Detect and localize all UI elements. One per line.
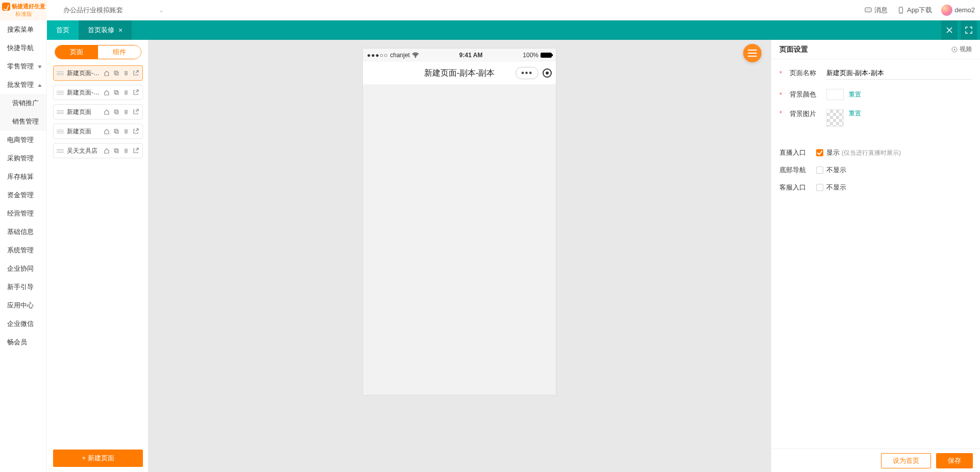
service-checkbox[interactable] — [816, 184, 823, 191]
svg-rect-10 — [114, 110, 117, 113]
miniapp-close-button[interactable] — [543, 68, 552, 78]
svg-rect-13 — [115, 130, 118, 133]
external-icon[interactable] — [132, 128, 139, 135]
delete-icon[interactable] — [122, 69, 130, 77]
page-list-item[interactable]: 新建页面 — [53, 104, 143, 120]
home-icon[interactable] — [103, 69, 110, 77]
page-list-item[interactable]: 新建页面 — [53, 124, 143, 139]
copy-icon[interactable] — [113, 69, 120, 77]
nav-item[interactable]: 电商管理 — [0, 131, 46, 149]
home-icon[interactable] — [103, 108, 110, 115]
phone-header: 新建页面-副本-副本 ••• — [363, 62, 556, 84]
external-icon[interactable] — [132, 108, 139, 115]
close-icon[interactable]: × — [118, 26, 122, 34]
x-icon — [946, 27, 953, 34]
nav-item[interactable]: 畅会员 — [0, 333, 46, 351]
nav-item[interactable]: 库存核算 — [0, 168, 46, 186]
external-icon[interactable] — [132, 69, 139, 77]
page-list-item[interactable]: 新建页面-副本 — [53, 85, 143, 100]
page-list-item[interactable]: 新建页面-副本... — [53, 65, 143, 81]
drag-handle-icon[interactable] — [57, 108, 64, 115]
nav-item[interactable]: 采购管理 — [0, 149, 46, 168]
video-help-button[interactable]: 视频 — [951, 45, 972, 54]
delete-icon[interactable] — [122, 108, 130, 115]
nav-item[interactable]: 企业协同 — [0, 259, 46, 278]
copy-icon[interactable] — [113, 128, 120, 135]
external-icon[interactable] — [132, 89, 139, 96]
drag-handle-icon[interactable] — [57, 128, 64, 135]
page-item-name: 新建页面-副本 — [67, 88, 100, 97]
nav-item[interactable]: 应用中心 — [0, 296, 46, 315]
bottom-nav-checkbox[interactable] — [816, 167, 823, 174]
wifi-icon — [412, 53, 419, 58]
svg-point-5 — [900, 12, 901, 12]
tab-home[interactable]: 首页 — [47, 20, 79, 40]
brand-icon — [2, 3, 10, 11]
page-list-item[interactable]: 吴天文具店 — [53, 143, 143, 158]
live-show-text: 显示 — [826, 148, 840, 157]
seg-component[interactable]: 组件 — [98, 45, 141, 59]
external-icon[interactable] — [132, 147, 139, 154]
topbar-right: 消息 App下载 demo2 — [864, 5, 975, 16]
nav-item[interactable]: 系统管理 — [0, 241, 46, 259]
page-name-input[interactable] — [826, 66, 972, 80]
delete-icon[interactable] — [122, 89, 130, 96]
nav-item[interactable]: 新手引导 — [0, 278, 46, 296]
nav-subitem[interactable]: 销售管理 — [0, 112, 46, 131]
canvas: ●●●○○ chanjet 9:41 AM 100% — [148, 40, 771, 472]
bg-image-label: 背景图片 — [790, 109, 821, 119]
shop-selector-label: 办公品行业模拟账套 — [63, 6, 123, 15]
nav-item[interactable]: 企业微信 — [0, 315, 46, 333]
home-icon[interactable] — [103, 89, 110, 96]
tab-page-decoration[interactable]: 首页装修 × — [79, 20, 132, 40]
phone-status-bar: ●●●○○ chanjet 9:41 AM 100% — [363, 49, 556, 62]
live-show-checkbox[interactable] — [816, 149, 823, 156]
copy-icon[interactable] — [113, 147, 120, 154]
page-item-name: 吴天文具店 — [67, 147, 100, 155]
messages-button[interactable]: 消息 — [864, 6, 888, 15]
fab-menu-button[interactable] — [743, 44, 762, 62]
miniapp-menu-button[interactable]: ••• — [516, 67, 538, 79]
tab-bar: 首页 首页装修 × — [47, 20, 980, 40]
drag-handle-icon[interactable] — [57, 89, 64, 96]
carrier-label: chanjet — [390, 52, 410, 59]
home-icon[interactable] — [103, 128, 110, 135]
nav-item[interactable]: 资金管理 — [0, 186, 46, 204]
bg-color-swatch[interactable] — [826, 89, 844, 100]
bg-color-reset[interactable]: 重置 — [849, 90, 861, 99]
phone-preview: ●●●○○ chanjet 9:41 AM 100% — [362, 48, 556, 395]
home-icon[interactable] — [103, 147, 110, 154]
new-page-button[interactable]: + 新建页面 — [53, 450, 143, 467]
svg-rect-6 — [114, 71, 117, 74]
drag-handle-icon[interactable] — [57, 147, 64, 154]
service-text: 不显示 — [826, 183, 846, 192]
nav-item[interactable]: 基础信息 — [0, 223, 46, 241]
shop-selector[interactable]: 办公品行业模拟账套 ⌄ — [63, 6, 164, 15]
set-home-button[interactable]: 设为首页 — [881, 453, 931, 468]
delete-icon[interactable] — [122, 147, 130, 154]
seg-page[interactable]: 页面 — [55, 45, 98, 59]
app-download-button[interactable]: App下载 — [897, 6, 932, 15]
save-button[interactable]: 保存 — [936, 453, 973, 468]
svg-rect-12 — [114, 129, 117, 132]
bg-image-reset[interactable]: 重置 — [849, 109, 861, 118]
dots-icon: ••• — [521, 68, 533, 78]
logo[interactable]: 畅捷通好生意 标准版 — [0, 0, 47, 20]
user-menu[interactable]: demo2 — [941, 5, 975, 16]
copy-icon[interactable] — [113, 89, 120, 96]
copy-icon[interactable] — [113, 108, 120, 115]
left-nav: 搜索菜单快捷导航零售管理▼批发管理▲营销推广销售管理电商管理采购管理库存核算资金… — [0, 20, 47, 472]
nav-item[interactable]: 批发管理▲ — [0, 76, 46, 94]
nav-item[interactable]: 快捷导航 — [0, 39, 46, 57]
nav-subitem[interactable]: 营销推广 — [0, 94, 46, 112]
chevron-icon: ▲ — [37, 82, 43, 88]
nav-item[interactable]: 经营管理 — [0, 204, 46, 223]
nav-item[interactable]: 搜索菜单 — [0, 20, 46, 39]
drag-handle-icon[interactable] — [57, 69, 64, 77]
bg-image-picker[interactable] — [826, 109, 844, 127]
battery-icon — [541, 53, 552, 58]
delete-icon[interactable] — [122, 128, 130, 135]
fullscreen-button[interactable] — [961, 20, 977, 40]
nav-item[interactable]: 零售管理▼ — [0, 57, 46, 76]
tab-close-button[interactable] — [941, 20, 958, 40]
